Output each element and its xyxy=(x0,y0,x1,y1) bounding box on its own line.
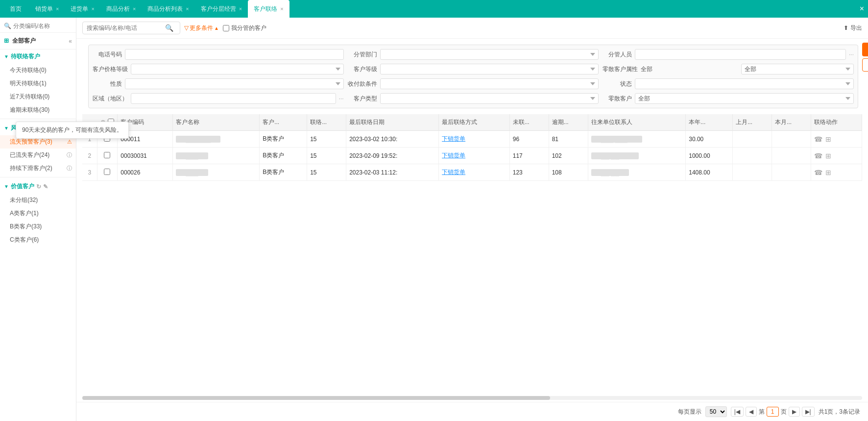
tab-analysis-close[interactable]: × xyxy=(133,6,136,12)
tab-sales-label: 销货单 xyxy=(35,5,53,13)
tab-customer-contact[interactable]: 客户联络 × xyxy=(248,0,289,18)
collapse-icon[interactable]: « xyxy=(69,38,72,45)
filter-price-grade-select[interactable] xyxy=(131,64,344,74)
table-wrap: ⚙ 客户编码 客户名称 客户... 联络... 最后联络日期 最后联络方式 未联… xyxy=(76,114,868,394)
col-this-year: 本年... xyxy=(686,114,733,131)
sidebar-section-pending[interactable]: ▼ 待联络客户 xyxy=(0,50,76,64)
row-method-link-0[interactable]: 下销货单 xyxy=(442,135,465,142)
export-button[interactable]: ⬆ 导出 xyxy=(844,24,862,32)
content-area: 🔍 ▽ 更多条件 ▲ 我分管的客户 ⬆ 导出 电话号码 xyxy=(76,18,868,421)
filter-phone-input[interactable] xyxy=(125,49,344,60)
tab-analysis-list[interactable]: 商品分析列表 × xyxy=(142,0,194,18)
per-page-select[interactable]: 50 xyxy=(705,406,727,417)
tab-sales[interactable]: 销货单 × xyxy=(29,0,65,18)
next-page-button[interactable]: ▶ xyxy=(789,407,800,417)
row-this-year-1: 1000.00 xyxy=(686,148,733,164)
action-more-icon-2[interactable]: ⊞ xyxy=(825,169,831,176)
horizontal-scrollbar[interactable] xyxy=(76,394,868,402)
refresh-icon[interactable]: ↻ xyxy=(36,183,41,190)
sidebar-item-churned[interactable]: 已流失客户(24) ⓘ xyxy=(0,149,76,162)
tab-analysis[interactable]: 商品分析 × xyxy=(100,0,142,18)
filter-zero-customer-row: 零散客户 全部 xyxy=(603,93,854,104)
prev-page-button[interactable]: ◀ xyxy=(746,407,757,417)
filter-payment-select[interactable] xyxy=(380,78,599,89)
sidebar-item-overdue[interactable]: 逾期未联络(30) xyxy=(0,103,76,117)
filter-dept-select[interactable] xyxy=(380,49,599,60)
row-actions-1: ☎ ⊞ xyxy=(811,148,862,164)
row-unlinked-1: 117 xyxy=(509,148,549,164)
filter-customer-type-select[interactable] xyxy=(380,93,599,104)
filter-region-dots[interactable]: ··· xyxy=(339,95,344,102)
scrollbar-track xyxy=(82,396,862,400)
filter-payment-row: 收付款条件 xyxy=(348,78,599,89)
tab-customer-tier-close[interactable]: × xyxy=(239,6,242,12)
filter-nature-select[interactable] xyxy=(125,78,344,89)
filter-button[interactable]: ▽ 更多条件 ▲ xyxy=(184,24,219,32)
first-page-button[interactable]: |◀ xyxy=(731,407,744,417)
sidebar-item-a-class[interactable]: A类客户(1) xyxy=(0,207,76,220)
tab-purchase-label: 进货单 xyxy=(71,5,88,13)
tab-customer-contact-close[interactable]: × xyxy=(280,6,283,12)
filter-zero-attr-select[interactable]: 全部 xyxy=(741,64,854,74)
col-action: 联络动作 xyxy=(811,114,862,131)
sidebar-item-ungrouped[interactable]: 未分组(32) xyxy=(0,194,76,207)
tab-home[interactable]: 首页 xyxy=(2,0,29,18)
row-overdue-1: 102 xyxy=(549,148,588,164)
filter-zero-attr-row: 零散客户属性 全部 全部 xyxy=(603,64,854,74)
row-checkbox-1[interactable] xyxy=(104,152,110,158)
filter-nature-row: 性质 xyxy=(93,78,344,89)
tab-purchase-close[interactable]: × xyxy=(91,6,94,12)
filter-zero-customer-select[interactable]: 全部 xyxy=(635,93,854,104)
search-button[interactable]: 🔍 xyxy=(165,24,173,32)
my-customers-checkbox[interactable] xyxy=(223,25,229,31)
table-row: 3 000026 ███ B类客户 15 2023-02-03 11:12: 下… xyxy=(82,164,862,181)
sidebar-item-today[interactable]: 今天待联络(0) xyxy=(0,64,76,77)
filter-customer-type-label: 客户类型 xyxy=(348,95,377,103)
tab-purchase[interactable]: 进货单 × xyxy=(65,0,100,18)
row-contact-2: 15 xyxy=(307,164,346,181)
action-more-icon-0[interactable]: ⊞ xyxy=(825,135,831,143)
scrollbar-thumb xyxy=(82,396,550,400)
settings-button[interactable]: 设置 xyxy=(862,58,868,72)
action-more-icon-1[interactable]: ⊞ xyxy=(825,152,831,160)
filter-person-dots[interactable]: ··· xyxy=(849,51,854,58)
filter-person-label: 分管人员 xyxy=(603,50,632,59)
col-last-method: 最后联络方式 xyxy=(439,114,510,131)
sidebar-item-c-class[interactable]: C类客户(6) xyxy=(0,233,76,247)
filter-icon: ▽ xyxy=(184,25,189,31)
query-button[interactable]: 查询 xyxy=(862,43,868,56)
tab-sales-close[interactable]: × xyxy=(56,6,59,12)
sidebar-item-declining[interactable]: 持续下滑客户(2) ⓘ xyxy=(0,162,76,175)
filter-status-row: 状态 xyxy=(603,78,854,89)
filter-region-input[interactable] xyxy=(131,93,336,104)
row-method-link-1[interactable]: 下销货单 xyxy=(442,152,465,159)
sidebar-item-7days[interactable]: 近7天待联络(0) xyxy=(0,90,76,103)
action-contact-icon-0[interactable]: ☎ xyxy=(814,135,822,143)
filter-status-select[interactable] xyxy=(635,78,854,89)
sidebar-item-b-class[interactable]: B类客户(33) xyxy=(0,220,76,233)
sidebar-search-input[interactable] xyxy=(13,23,76,29)
filter-region-row: 区域（地区） ··· xyxy=(93,93,344,104)
row-checkbox-2[interactable] xyxy=(104,169,110,175)
sidebar: 🔍 ⊞ 全部客户 « ▼ 待联络客户 今天待联络(0) 明天待联络(1) 近7天… xyxy=(0,18,76,421)
row-person-1: ██ ██ 3... xyxy=(588,148,686,164)
sidebar-item-tomorrow[interactable]: 明天待联络(1) xyxy=(0,77,76,90)
search-input[interactable] xyxy=(87,25,165,31)
edit-icon[interactable]: ✎ xyxy=(43,183,48,190)
tab-analysis-list-close[interactable]: × xyxy=(186,6,189,12)
sidebar-section-value[interactable]: ▼ 价值客户 ↻ ✎ xyxy=(0,179,76,194)
sidebar-all-customers[interactable]: ⊞ 全部客户 « xyxy=(0,33,76,50)
window-close-button[interactable]: × xyxy=(860,4,864,13)
row-this-year-2: 1408.00 xyxy=(686,164,733,181)
last-page-button[interactable]: ▶| xyxy=(802,407,815,417)
row-unlinked-0: 96 xyxy=(509,131,549,148)
filter-person-input[interactable] xyxy=(635,49,846,60)
warning-icon: ⚠ xyxy=(67,139,72,145)
total-label: 共1页，3条记录 xyxy=(819,408,860,416)
row-method-link-2[interactable]: 下销货单 xyxy=(442,169,465,175)
tab-customer-tier[interactable]: 客户分层经营 × xyxy=(195,0,248,18)
action-contact-icon-1[interactable]: ☎ xyxy=(814,152,822,160)
action-contact-icon-2[interactable]: ☎ xyxy=(814,169,822,176)
col-unlinked: 未联... xyxy=(509,114,549,131)
filter-customer-grade-select[interactable] xyxy=(380,64,599,74)
